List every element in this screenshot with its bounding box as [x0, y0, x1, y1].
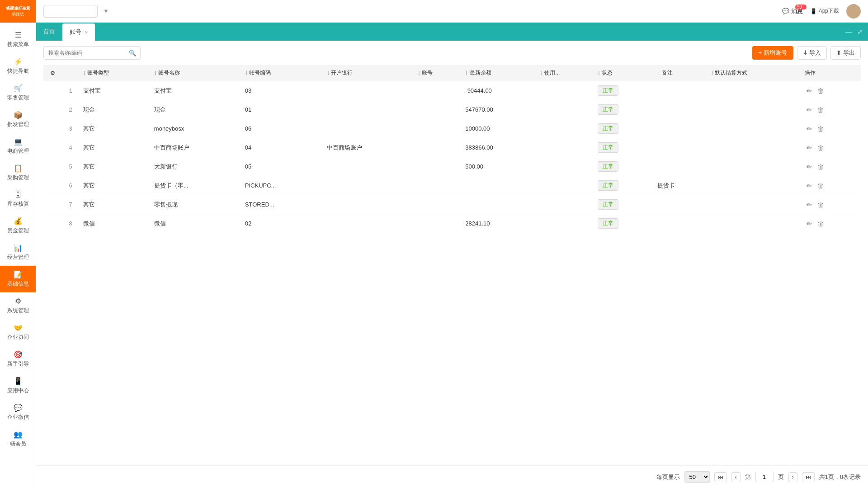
sidebar-item-7[interactable]: 💰资金管理 [0, 212, 36, 239]
sidebar-item-1[interactable]: ⚡快捷导航 [0, 53, 36, 80]
row-balance-0: -90444.00 [462, 81, 537, 100]
dropdown-icon[interactable]: ▼ [103, 8, 109, 14]
add-account-button[interactable]: + 新增账号 [752, 46, 793, 60]
export-button[interactable]: ⬆ 导出 [830, 46, 861, 60]
col-balance[interactable]: ↕ 最新余额 [462, 65, 537, 81]
edit-btn-2[interactable]: ✏ [805, 124, 814, 133]
sidebar-icon-13: 📱 [14, 377, 23, 385]
tab-accounts-label: 账号 [70, 28, 81, 36]
delete-btn-2[interactable]: 🗑 [816, 124, 826, 133]
col-type-sort: ↕ [83, 70, 86, 76]
row-default-payment-6 [707, 195, 801, 214]
logo-text: 畅捷通好生意 [6, 5, 30, 11]
tab-accounts[interactable]: 账号 × [62, 23, 95, 41]
delete-btn-0[interactable]: 🗑 [816, 86, 826, 95]
row-bank-2 [323, 119, 414, 138]
page-size-select[interactable]: 50 100 200 [684, 471, 710, 483]
row-code-7: 02 [241, 214, 323, 233]
edit-btn-0[interactable]: ✏ [805, 86, 814, 95]
edit-btn-4[interactable]: ✏ [805, 162, 814, 171]
delete-btn-7[interactable]: 🗑 [816, 219, 826, 228]
edit-btn-7[interactable]: ✏ [805, 219, 814, 228]
tab-maximize-btn[interactable]: ⤢ [855, 26, 864, 37]
sidebar-label-4: 电商管理 [7, 147, 29, 155]
col-account[interactable]: ↕ 账号 [414, 65, 462, 81]
col-action: 操作 [801, 65, 861, 81]
col-remark[interactable]: ↕ 备注 [654, 65, 707, 81]
delete-btn-1[interactable]: 🗑 [816, 105, 826, 114]
sidebar-item-2[interactable]: 🛒零售管理 [0, 80, 36, 106]
edit-btn-3[interactable]: ✏ [805, 143, 814, 152]
col-status[interactable]: ↕ 状态 [594, 65, 654, 81]
next-page-btn[interactable]: › [788, 472, 797, 482]
col-settings[interactable]: ⚙ [43, 65, 61, 81]
delete-btn-6[interactable]: 🗑 [816, 200, 826, 209]
row-code-5: PICKUPC... [241, 176, 323, 195]
row-account-2 [414, 119, 462, 138]
search-button[interactable]: 🔍 [125, 50, 140, 56]
sidebar-item-0[interactable]: ☰搜索菜单 [0, 26, 36, 53]
top-search-input[interactable] [43, 5, 98, 18]
sidebar-label-5: 采购管理 [7, 174, 29, 182]
sidebar-item-3[interactable]: 📦批发管理 [0, 106, 36, 133]
sidebar-label-1: 快捷导航 [7, 67, 29, 75]
sidebar-item-11[interactable]: 🤝企业协同 [0, 319, 36, 346]
row-type-6: 其它 [80, 195, 151, 214]
sidebar-item-9[interactable]: 📝基础信息 [0, 266, 36, 292]
edit-btn-1[interactable]: ✏ [805, 105, 814, 114]
settings-icon[interactable]: ⚙ [50, 70, 55, 76]
status-badge-7: 正常 [598, 218, 618, 229]
row-status-2: 正常 [594, 119, 654, 138]
edit-btn-5[interactable]: ✏ [805, 181, 814, 190]
page-label: 第 [745, 473, 751, 481]
sidebar-item-14[interactable]: 💬企业微信 [0, 399, 36, 426]
message-button[interactable]: 💬 消息 99+ [782, 7, 803, 15]
sidebar-label-10: 系统管理 [7, 307, 29, 314]
col-code[interactable]: ↕ 账号编码 [241, 65, 323, 81]
row-action-5: ✏ 🗑 [801, 176, 861, 195]
delete-btn-3[interactable]: 🗑 [816, 143, 826, 152]
sidebar-item-8[interactable]: 📊经营管理 [0, 239, 36, 266]
sidebar-item-12[interactable]: 🎯新手引导 [0, 346, 36, 372]
col-bank[interactable]: ↕ 开户银行 [323, 65, 414, 81]
row-default-payment-3 [707, 138, 801, 157]
row-settings-3 [43, 138, 61, 157]
row-type-1: 现金 [80, 100, 151, 119]
sidebar-item-6[interactable]: 🗄库存核算 [0, 186, 36, 212]
row-balance-7: 28241.10 [462, 214, 537, 233]
tab-minimize-btn[interactable]: — [844, 26, 854, 37]
edit-btn-6[interactable]: ✏ [805, 200, 814, 209]
tab-close-icon[interactable]: × [85, 29, 88, 35]
sidebar-item-10[interactable]: ⚙系统管理 [0, 292, 36, 319]
first-page-btn[interactable]: ⏮ [714, 472, 727, 482]
app-download-button[interactable]: 📱 App下载 [810, 7, 839, 15]
row-balance-3: 383866.00 [462, 138, 537, 157]
tab-home[interactable]: 首页 [36, 23, 62, 41]
import-button[interactable]: ⬇ 导入 [797, 46, 827, 60]
avatar[interactable] [846, 4, 861, 19]
row-account-5 [414, 176, 462, 195]
col-type[interactable]: ↕ 账号类型 [80, 65, 151, 81]
sidebar-item-5[interactable]: 📋采购管理 [0, 160, 36, 186]
delete-btn-4[interactable]: 🗑 [816, 162, 826, 171]
tab-home-label: 首页 [43, 28, 55, 36]
status-badge-5: 正常 [598, 180, 618, 191]
page-input[interactable] [755, 472, 774, 482]
last-page-btn[interactable]: ⏭ [802, 472, 815, 482]
sidebar-item-13[interactable]: 📱应用中心 [0, 372, 36, 399]
sidebar-item-15[interactable]: 👥畅会员 [0, 426, 36, 452]
row-settings-5 [43, 176, 61, 195]
status-badge-2: 正常 [598, 123, 618, 134]
row-remark-7 [654, 214, 707, 233]
col-name[interactable]: ↕ 账号名称 [151, 65, 241, 81]
col-usage[interactable]: ↕ 使用... [537, 65, 594, 81]
sidebar-item-4[interactable]: 💻电商管理 [0, 133, 36, 160]
delete-btn-5[interactable]: 🗑 [816, 181, 826, 190]
col-default-payment[interactable]: ↕ 默认结算方式 [707, 65, 801, 81]
prev-page-btn[interactable]: ‹ [731, 472, 741, 482]
app-icon: 📱 [810, 8, 817, 14]
sidebar-nav: ☰搜索菜单⚡快捷导航🛒零售管理📦批发管理💻电商管理📋采购管理🗄库存核算💰资金管理… [0, 23, 36, 488]
search-input[interactable] [44, 50, 125, 56]
sidebar-label-12: 新手引导 [7, 360, 29, 368]
row-bank-1 [323, 100, 414, 119]
